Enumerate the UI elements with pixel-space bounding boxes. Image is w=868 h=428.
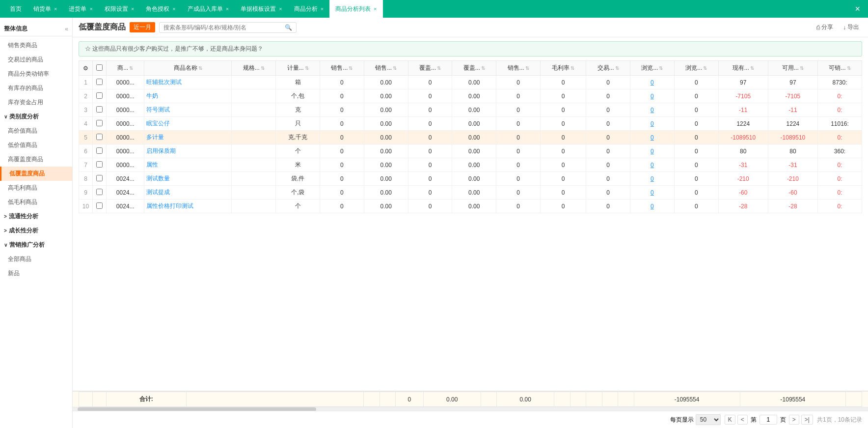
row-browse1[interactable]: 0	[630, 200, 675, 213]
spec-col-header[interactable]: 规格...⇅	[232, 61, 276, 76]
row-checkbox-cell[interactable]	[93, 158, 107, 172]
checkbox-col-header[interactable]	[93, 61, 107, 76]
row-checkbox-cell[interactable]	[93, 172, 107, 186]
row-name[interactable]: 眠宝公仔	[144, 117, 232, 131]
row-checkbox-cell[interactable]	[93, 144, 107, 158]
name-col-header[interactable]: 商品名称⇅	[144, 61, 232, 76]
nav-product-inbound[interactable]: 产成品入库单 ×	[182, 0, 235, 18]
row-checkbox-cell[interactable]	[93, 89, 107, 103]
sidebar-item-high-margin[interactable]: 高毛利商品	[0, 181, 72, 195]
cover2-col-header[interactable]: 覆盖...⇅	[452, 61, 496, 76]
row-browse1[interactable]: 0	[630, 172, 675, 186]
row-browse1[interactable]: 0	[630, 76, 675, 89]
cover1-col-header[interactable]: 覆盖...⇅	[408, 61, 452, 76]
row-checkbox[interactable]	[96, 92, 103, 99]
nav-template-settings[interactable]: 单据模板设置 ×	[235, 0, 288, 18]
row-name[interactable]: 多计量	[144, 131, 232, 144]
sidebar-group-category-analysis[interactable]: ∨ 类别度分析	[0, 110, 72, 124]
next-page-button[interactable]: >	[789, 415, 799, 425]
nav-product-analysis-list[interactable]: 商品分析列表 ×	[329, 0, 382, 18]
available-stock-col-header[interactable]: 可用...⇅	[768, 61, 817, 76]
row-name[interactable]: 符号测试	[144, 103, 232, 117]
row-name[interactable]: 牛奶	[144, 89, 232, 103]
sidebar-item-low-value[interactable]: 低价值商品	[0, 138, 72, 152]
row-browse1[interactable]: 0	[630, 158, 675, 172]
row-name[interactable]: 测试提成	[144, 186, 232, 200]
sidebar-item-sales-products[interactable]: 销售类商品	[0, 38, 72, 53]
last-page-button[interactable]: >|	[801, 415, 813, 425]
page-number-input[interactable]	[760, 415, 777, 425]
sidebar-group-marketing[interactable]: ∨ 营销推广分析	[0, 238, 72, 252]
sidebar-collapse-icon[interactable]: «	[65, 26, 68, 32]
row-checkbox-cell[interactable]	[93, 117, 107, 131]
close-icon[interactable]: ×	[131, 6, 134, 12]
nav-home[interactable]: 首页	[4, 0, 27, 18]
trade-col-header[interactable]: 交易...⇅	[586, 61, 630, 76]
row-browse1[interactable]: 0	[630, 117, 675, 131]
sales-qty-col-header[interactable]: 销售...⇅	[320, 61, 364, 76]
row-name[interactable]: 属性	[144, 158, 232, 172]
search-input[interactable]	[163, 24, 283, 31]
close-icon[interactable]: ×	[172, 6, 175, 12]
sidebar-group-circulation[interactable]: > 流通性分析	[0, 209, 72, 224]
export-button[interactable]: ↓ 导出	[840, 22, 862, 33]
nav-permission-settings[interactable]: 权限设置 ×	[99, 0, 140, 18]
close-icon[interactable]: ×	[374, 6, 377, 12]
close-icon[interactable]: ×	[321, 6, 324, 12]
prev-page-button[interactable]: <	[737, 415, 748, 425]
sidebar-item-low-coverage[interactable]: 低覆盖度商品	[0, 167, 72, 181]
close-icon[interactable]: ×	[89, 6, 92, 12]
first-page-button[interactable]: K	[725, 415, 735, 425]
sales-amt-col-header[interactable]: 销售...⇅	[364, 61, 408, 76]
row-checkbox[interactable]	[96, 161, 103, 168]
row-browse1[interactable]: 0	[630, 89, 675, 103]
current-stock-col-header[interactable]: 现有...⇅	[718, 61, 768, 76]
close-icon[interactable]: ×	[279, 6, 282, 12]
row-checkbox-cell[interactable]	[93, 76, 107, 89]
row-browse1[interactable]: 0	[630, 103, 675, 117]
row-checkbox-cell[interactable]	[93, 186, 107, 200]
row-checkbox[interactable]	[96, 106, 103, 113]
table-container[interactable]: ⚙ 商...⇅ 商品名称⇅ 规格...⇅ 计量...⇅ 销售...⇅ 销售...…	[73, 60, 868, 391]
row-name[interactable]: 属性价格打印测试	[144, 200, 232, 213]
browse2-col-header[interactable]: 浏览...⇅	[674, 61, 718, 76]
sidebar-item-new-products[interactable]: 新品	[0, 266, 72, 281]
row-checkbox[interactable]	[96, 134, 103, 140]
settings-col-header[interactable]: ⚙	[79, 61, 93, 76]
nav-purchase-order[interactable]: 进货单 ×	[63, 0, 98, 18]
close-icon[interactable]: ×	[226, 6, 229, 12]
row-checkbox[interactable]	[96, 147, 103, 154]
row-browse1[interactable]: 0	[630, 131, 675, 144]
sidebar-item-stocked-products[interactable]: 有库存的商品	[0, 81, 72, 95]
window-close-button[interactable]: ×	[851, 4, 864, 14]
row-name[interactable]: 旺辅批次测试	[144, 76, 232, 89]
sidebar-item-high-coverage[interactable]: 高覆盖度商品	[0, 152, 72, 167]
row-checkbox[interactable]	[96, 79, 103, 85]
gross-margin-col-header[interactable]: 毛利率⇅	[541, 61, 586, 76]
time-filter-tag[interactable]: 近一月	[130, 22, 155, 32]
row-browse1[interactable]: 0	[630, 186, 675, 200]
row-checkbox[interactable]	[96, 189, 103, 195]
row-checkbox-cell[interactable]	[93, 103, 107, 117]
sidebar-item-all-products[interactable]: 全部商品	[0, 252, 72, 266]
sidebar-item-low-margin[interactable]: 低毛利商品	[0, 195, 72, 209]
row-name[interactable]: 测试数量	[144, 172, 232, 186]
row-checkbox[interactable]	[96, 120, 103, 126]
row-checkbox-cell[interactable]	[93, 200, 107, 213]
nav-product-analysis[interactable]: 商品分析 ×	[288, 0, 329, 18]
unit-col-header[interactable]: 计量...⇅	[276, 61, 320, 76]
select-all-checkbox[interactable]	[96, 64, 103, 71]
sales3-col-header[interactable]: 销售...⇅	[496, 61, 541, 76]
row-checkbox[interactable]	[96, 175, 103, 181]
sidebar-group-growth[interactable]: > 成长性分析	[0, 224, 72, 238]
settings-icon[interactable]: ⚙	[83, 65, 88, 72]
row-name[interactable]: 启用保质期	[144, 144, 232, 158]
per-page-dropdown[interactable]: 50 10 20 100	[696, 414, 721, 425]
close-icon[interactable]: ×	[54, 6, 57, 12]
sidebar-item-traded-products[interactable]: 交易过的商品	[0, 53, 72, 67]
browse1-col-header[interactable]: 浏览...⇅	[630, 61, 675, 76]
sidebar-item-inventory-capital[interactable]: 库存资金占用	[0, 95, 72, 110]
nav-sales-order[interactable]: 销货单 ×	[27, 0, 63, 18]
sidebar-item-high-value[interactable]: 高价值商品	[0, 124, 72, 138]
sellable-col-header[interactable]: 可销...⇅	[817, 61, 862, 76]
